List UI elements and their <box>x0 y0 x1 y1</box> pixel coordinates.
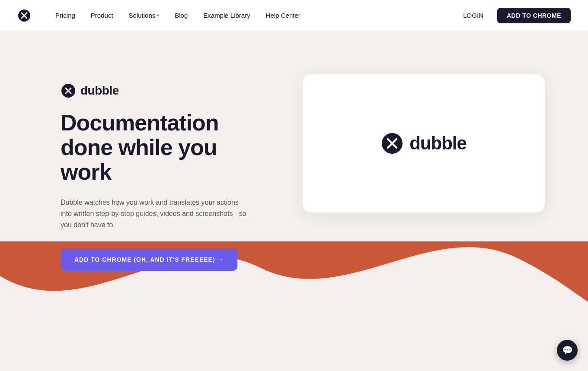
preview-card-logo: dubble <box>381 132 467 155</box>
nav-link-product[interactable]: Product <box>84 8 120 22</box>
hero-title: Documentation done while you work <box>61 111 268 185</box>
hero-brand-icon <box>61 83 76 98</box>
main-content: dubble Documentation done while you work… <box>0 0 588 371</box>
login-button[interactable]: LOGIN <box>454 8 492 22</box>
hero-brand: dubble <box>61 83 268 98</box>
hero-left: dubble Documentation done while you work… <box>61 66 268 271</box>
preview-card-icon <box>381 132 403 155</box>
nav-link-solutions[interactable]: Solutions ▾ <box>122 8 166 22</box>
nav-link-help-center[interactable]: Help Center <box>259 8 307 22</box>
hero-description: Dubble watches how you work and translat… <box>61 197 246 231</box>
nav-actions: LOGIN ADD TO CHROME <box>454 8 571 23</box>
hero-cta-button[interactable]: ADD TO CHROME (OH, AND IT'S FREEEEE) → <box>61 248 237 271</box>
preview-card-name: dubble <box>409 133 467 154</box>
hero-brand-name: dubble <box>80 84 119 98</box>
navbar: Pricing Product Solutions ▾ Blog Example… <box>0 0 588 31</box>
add-to-chrome-button[interactable]: ADD TO CHROME <box>497 8 571 23</box>
nav-link-pricing[interactable]: Pricing <box>48 8 82 22</box>
nav-logo-icon <box>17 9 31 22</box>
hero-right: dubble <box>303 66 545 212</box>
nav-link-example-library[interactable]: Example Library <box>196 8 257 22</box>
hero-section: dubble Documentation done while you work… <box>0 31 588 342</box>
nav-links: Pricing Product Solutions ▾ Blog Example… <box>48 8 454 22</box>
nav-link-blog[interactable]: Blog <box>168 8 195 22</box>
nav-logo[interactable] <box>17 9 31 22</box>
chat-icon: 💬 <box>562 345 573 355</box>
chevron-down-icon: ▾ <box>157 13 159 18</box>
chat-bubble-button[interactable]: 💬 <box>557 340 578 361</box>
preview-card: dubble <box>303 74 545 212</box>
